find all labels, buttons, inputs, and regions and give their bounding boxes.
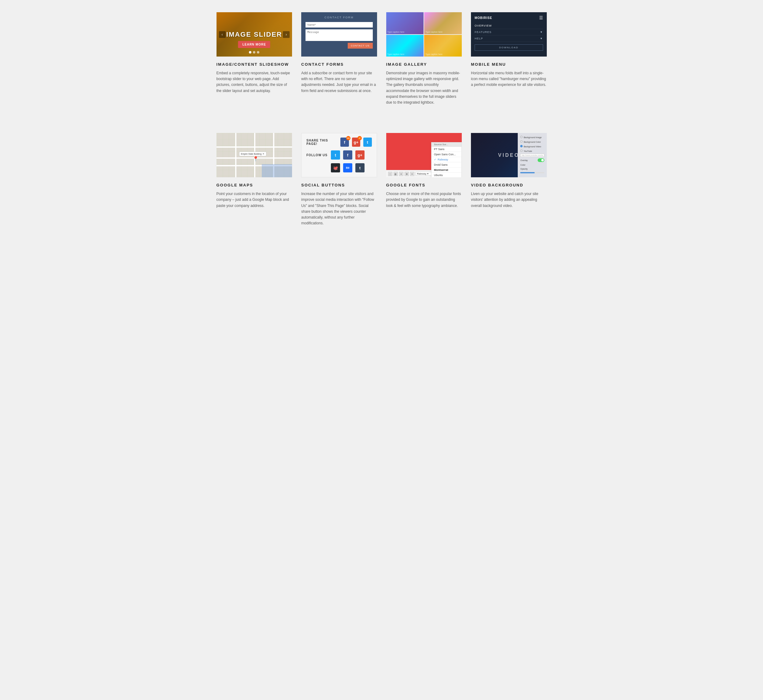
map-water-area bbox=[262, 164, 292, 178]
social-behance-button[interactable]: Bē bbox=[343, 163, 352, 172]
fonts-tool-icon-4[interactable]: ⚙ bbox=[404, 172, 409, 176]
social-googleplus-badge: 47 bbox=[357, 136, 362, 140]
social-googleplus-share-button[interactable]: g+ 47 bbox=[352, 138, 360, 147]
fonts-tool-icon-3[interactable]: ≡ bbox=[399, 172, 403, 176]
contact-name-input[interactable] bbox=[306, 22, 373, 28]
fonts-bg-area: Source Sur... PT Sans Open Sans Con... ✓… bbox=[386, 133, 462, 170]
fonts-card-desc: Choose one or more of the most popular f… bbox=[386, 191, 462, 209]
gallery-cell-1[interactable]: Type caption here bbox=[386, 12, 424, 34]
slideshow-preview-image: IMAGE SLIDER LEARN MORE ‹ › bbox=[216, 12, 292, 56]
card-social-buttons: SHARE THIS PAGE! f 192 g+ 47 t bbox=[301, 133, 377, 226]
video-panel-overlay: Overlay bbox=[520, 158, 544, 162]
social-preview: SHARE THIS PAGE! f 192 g+ 47 t bbox=[301, 133, 377, 177]
menu-header: MOBIRISE ☰ bbox=[475, 15, 543, 23]
slider-dot-1[interactable] bbox=[249, 51, 251, 53]
social-googleplus-follow-button[interactable]: g+ bbox=[356, 150, 365, 159]
social-facebook-share-button[interactable]: f 192 bbox=[340, 138, 349, 147]
page-wrapper: IMAGE SLIDER LEARN MORE ‹ › IMAGE/CONTEN… bbox=[210, 0, 553, 257]
social-tumblr-button[interactable]: t bbox=[356, 163, 365, 172]
menu-card-title: MOBILE MENU bbox=[471, 62, 547, 67]
fonts-menu-pt-sans[interactable]: PT Sans bbox=[431, 147, 461, 152]
video-panel-bg-image[interactable]: Background Image bbox=[520, 135, 544, 139]
map-label-close[interactable]: ✕ bbox=[262, 153, 265, 155]
gallery-card-title: IMAGE GALLERY bbox=[386, 62, 462, 67]
social-share-label: SHARE THIS PAGE! bbox=[306, 139, 337, 145]
gallery-caption-3: Type caption here bbox=[387, 53, 404, 55]
maps-preview-image: Empire State Building ✕ 📍 bbox=[216, 133, 292, 177]
slider-preview: IMAGE SLIDER LEARN MORE ‹ › bbox=[216, 12, 292, 56]
video-url-input[interactable] bbox=[520, 154, 544, 157]
menu-card-desc: Horizontal site menu folds itself into a… bbox=[471, 70, 547, 88]
menu-hamburger-icon[interactable]: ☰ bbox=[539, 15, 543, 20]
menu-item-overview[interactable]: OVERVIEW bbox=[475, 23, 543, 29]
video-preview-image: VIDEO Background Image Background Color … bbox=[471, 133, 547, 177]
map-road-v1 bbox=[235, 133, 237, 177]
menu-item-help[interactable]: HELP ▼ bbox=[475, 36, 543, 42]
video-radio-youtube bbox=[520, 150, 523, 152]
social-facebook-follow-button[interactable]: f bbox=[343, 150, 352, 159]
slider-learn-more-button[interactable]: LEARN MORE bbox=[238, 41, 270, 48]
video-opacity-label: Opacity bbox=[520, 168, 528, 170]
social-card-title: SOCIAL BUTTONS bbox=[301, 183, 377, 188]
map-label: Empire State Building ✕ bbox=[239, 152, 266, 156]
card-image-gallery: Type caption here Type caption here Type… bbox=[386, 12, 462, 105]
video-panel-youtube[interactable]: YouTube bbox=[520, 149, 544, 153]
contact-form-preview-image: CONTACT FORM CONTACT US bbox=[301, 12, 377, 56]
menu-download-button[interactable]: DOWNLOAD bbox=[475, 44, 543, 51]
maps-card-title: GOOGLE MAPS bbox=[216, 183, 292, 188]
social-twitter-share-button[interactable]: t bbox=[363, 138, 371, 147]
contact-submit-button[interactable]: CONTACT US bbox=[348, 43, 373, 48]
gallery-cell-3[interactable]: Type caption here bbox=[386, 35, 424, 57]
card-image-slideshow: IMAGE SLIDER LEARN MORE ‹ › IMAGE/CONTEN… bbox=[216, 12, 292, 105]
gallery-caption-4: Type caption here bbox=[425, 53, 442, 55]
fonts-dropdown-arrow: ▾ bbox=[427, 172, 428, 175]
video-overlay-toggle[interactable] bbox=[537, 158, 544, 162]
video-card-desc: Liven up your website and catch your sit… bbox=[471, 191, 547, 209]
fonts-dropdown-menu: Source Sur... PT Sans Open Sans Con... ✓… bbox=[431, 142, 462, 170]
fonts-preview-image: Source Sur... PT Sans Open Sans Con... ✓… bbox=[386, 133, 462, 177]
fonts-preview: Source Sur... PT Sans Open Sans Con... ✓… bbox=[386, 133, 462, 177]
menu-preview-image: MOBIRISE ☰ OVERVIEW FEATURES ▼ HELP ▼ DO… bbox=[471, 12, 547, 56]
section-gap bbox=[216, 124, 547, 133]
video-opacity-slider[interactable] bbox=[520, 172, 544, 173]
slider-dot-2[interactable] bbox=[253, 51, 255, 53]
video-radio-bg-image bbox=[520, 136, 523, 138]
map-pin-icon: 📍 bbox=[252, 156, 259, 162]
fonts-tool-icon-1[interactable]: ⬚ bbox=[388, 172, 392, 176]
social-preview-image: SHARE THIS PAGE! f 192 g+ 47 t bbox=[301, 133, 377, 177]
fonts-tool-icon-2[interactable]: ▥ bbox=[393, 172, 398, 176]
gallery-caption-1: Type caption here bbox=[387, 31, 404, 33]
maps-card-desc: Point your customers in the location of … bbox=[216, 191, 292, 209]
social-github-button[interactable]: 🐙 bbox=[331, 163, 340, 172]
social-card-desc: Increase the number of your site visitor… bbox=[301, 191, 377, 226]
social-follow-row: FOLLOW US t f g+ bbox=[306, 150, 372, 159]
menu-item-features[interactable]: FEATURES ▼ bbox=[475, 29, 543, 36]
slider-next-arrow[interactable]: › bbox=[283, 31, 290, 38]
slider-prev-arrow[interactable]: ‹ bbox=[219, 31, 226, 38]
menu-logo: MOBIRISE bbox=[475, 16, 492, 20]
fonts-menu-open-sans[interactable]: Open Sans Con... bbox=[431, 152, 461, 157]
slideshow-card-title: IMAGE/CONTENT SLIDESHOW bbox=[216, 62, 292, 67]
contact-card-desc: Add a subscribe or contact form to your … bbox=[301, 70, 377, 94]
video-panel-bg-video[interactable]: Background Video bbox=[520, 145, 544, 148]
fonts-menu-montserrat[interactable]: Montserrat bbox=[431, 167, 461, 170]
feature-grid-row2: Empire State Building ✕ 📍 GOOGLE MAPS Po… bbox=[216, 133, 547, 226]
video-panel-bg-color[interactable]: Background Color bbox=[520, 140, 544, 143]
social-facebook-badge: 192 bbox=[346, 136, 351, 140]
slider-dot-3[interactable] bbox=[257, 51, 259, 53]
fonts-tool-icon-5[interactable]: ✂ bbox=[410, 172, 414, 176]
card-google-maps: Empire State Building ✕ 📍 GOOGLE MAPS Po… bbox=[216, 133, 292, 226]
fonts-menu-droid-sans[interactable]: Droid Sans bbox=[431, 162, 461, 167]
gallery-cell-2[interactable]: Type caption here bbox=[424, 12, 462, 34]
video-radio-bg-video bbox=[520, 145, 523, 147]
social-follow-label: FOLLOW US bbox=[306, 153, 328, 157]
video-title-text: VIDEO bbox=[498, 153, 520, 158]
menu-preview: MOBIRISE ☰ OVERVIEW FEATURES ▼ HELP ▼ DO… bbox=[471, 12, 547, 56]
card-contact-forms: CONTACT FORM CONTACT US CONTACT FORMS Ad… bbox=[301, 12, 377, 105]
contact-form-preview: CONTACT FORM CONTACT US bbox=[301, 12, 377, 56]
gallery-cell-4[interactable]: Type caption here bbox=[424, 35, 462, 57]
social-twitter-follow-button[interactable]: t bbox=[331, 150, 340, 159]
contact-message-textarea[interactable] bbox=[306, 29, 373, 41]
video-radio-bg-color bbox=[520, 140, 523, 143]
fonts-menu-raleway[interactable]: ✓ Raleway bbox=[431, 157, 461, 162]
